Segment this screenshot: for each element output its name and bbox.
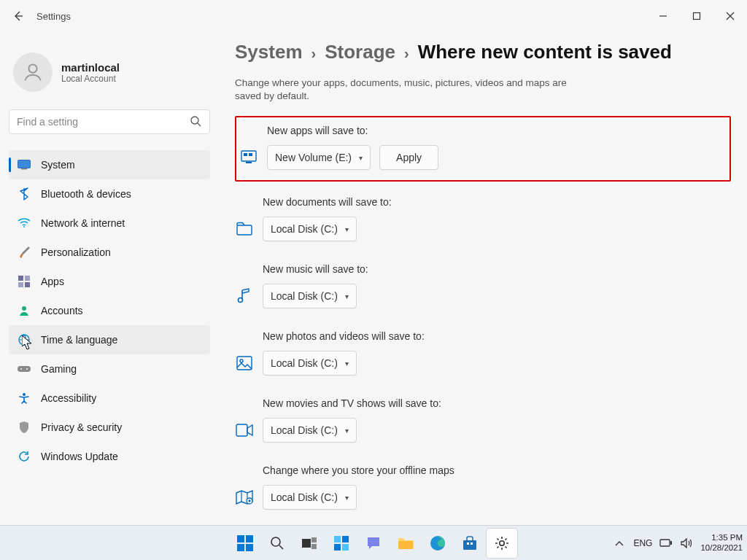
dropdown-value: Local Disk (C:) (271, 357, 338, 369)
account-type: Local Account (61, 74, 120, 84)
svg-point-17 (23, 393, 26, 396)
svg-point-12 (22, 306, 26, 311)
search-input[interactable] (9, 109, 210, 134)
wifi-icon (18, 218, 31, 228)
sidebar-item-label: Bluetooth & devices (41, 188, 131, 200)
language-indicator[interactable]: ENG (633, 538, 652, 548)
sidebar-item-network[interactable]: Network & internet (9, 209, 210, 238)
network-tray-icon[interactable] (659, 537, 673, 550)
sidebar-item-accounts[interactable]: Accounts (9, 296, 210, 325)
svg-line-33 (279, 545, 283, 549)
windows-icon (237, 535, 253, 551)
edge-icon (430, 535, 446, 551)
maximize-icon (692, 12, 701, 20)
svg-rect-44 (467, 542, 469, 545)
section-label: New apps will save to: (267, 125, 722, 136)
documents-location-dropdown[interactable]: Local Disk (C:) ▾ (263, 217, 357, 241)
sidebar-item-label: System (41, 159, 75, 171)
section-photos-videos: New photos and videos will save to: Loca… (235, 320, 731, 387)
music-location-dropdown[interactable]: Local Disk (C:) ▾ (263, 284, 357, 308)
sidebar-item-bluetooth[interactable]: Bluetooth & devices (9, 179, 210, 209)
search-icon (270, 536, 285, 551)
chat-icon (366, 536, 381, 551)
svg-rect-10 (18, 282, 23, 287)
edge-button[interactable] (422, 529, 453, 558)
svg-rect-31 (246, 544, 253, 551)
sidebar-item-system[interactable]: System (9, 150, 210, 179)
svg-rect-30 (237, 544, 244, 551)
tray-chevron-up-icon[interactable] (613, 537, 626, 550)
svg-point-23 (239, 298, 243, 303)
start-button[interactable] (230, 529, 260, 558)
apply-button[interactable]: Apply (379, 145, 438, 170)
chevron-down-icon: ▾ (345, 494, 349, 502)
svg-point-16 (26, 368, 28, 370)
settings-taskbar-button[interactable] (487, 529, 517, 558)
taskbar-date: 10/28/2021 (700, 543, 743, 553)
sidebar-item-label: Network & internet (41, 217, 125, 229)
taskbar: ENG 1:35 PM 10/28/2021 (0, 525, 747, 560)
page-subtitle: Change where your apps, documents, music… (235, 77, 585, 103)
chevron-down-icon: ▾ (359, 154, 363, 162)
svg-point-15 (20, 368, 22, 370)
dropdown-value: Local Disk (C:) (271, 223, 338, 235)
back-button[interactable] (6, 4, 31, 28)
svg-rect-6 (21, 168, 27, 170)
dropdown-value: Local Disk (C:) (271, 290, 338, 302)
store-button[interactable] (454, 529, 485, 558)
person-icon (22, 61, 44, 83)
breadcrumb-storage[interactable]: Storage (325, 41, 395, 63)
widgets-button[interactable] (326, 529, 357, 558)
bluetooth-icon (18, 187, 31, 201)
sidebar: martinlocal Local Account System Bluetoo… (0, 32, 219, 525)
sidebar-item-apps[interactable]: Apps (9, 267, 210, 296)
svg-line-4 (198, 123, 201, 126)
page-title: Where new content is saved (418, 41, 672, 63)
sidebar-item-personalization[interactable]: Personalization (9, 238, 210, 267)
taskbar-search-button[interactable] (262, 529, 293, 558)
svg-rect-21 (246, 162, 252, 163)
close-button[interactable] (713, 0, 747, 32)
account-name: martinlocal (61, 61, 120, 74)
sidebar-item-time-language[interactable]: Time & language (9, 325, 210, 354)
section-offline-maps: Change where you store your offline maps… (235, 454, 731, 521)
maps-location-dropdown[interactable]: Local Disk (C:) ▾ (263, 485, 357, 510)
sidebar-item-accessibility[interactable]: Accessibility (9, 384, 210, 413)
maximize-button[interactable] (680, 0, 713, 32)
gear-icon (495, 536, 509, 551)
nav: System Bluetooth & devices Network & int… (9, 150, 210, 471)
update-icon (18, 451, 31, 462)
gaming-icon (18, 365, 31, 373)
movies-location-dropdown[interactable]: Local Disk (C:) ▾ (263, 418, 357, 443)
minimize-button[interactable] (646, 0, 680, 32)
svg-rect-22 (237, 225, 252, 235)
svg-rect-38 (342, 536, 349, 542)
dropdown-value: New Volume (E:) (275, 152, 352, 163)
breadcrumb-system[interactable]: System (235, 41, 303, 63)
taskbar-clock[interactable]: 1:35 PM 10/28/2021 (700, 533, 743, 553)
sidebar-item-update[interactable]: Windows Update (9, 442, 210, 471)
sidebar-item-label: Accounts (41, 305, 83, 316)
section-movies-tv: New movies and TV shows will save to: Lo… (235, 387, 731, 454)
minimize-icon (659, 12, 667, 20)
folder-icon (398, 537, 414, 550)
chevron-down-icon: ▾ (345, 427, 349, 435)
task-view-button[interactable] (294, 529, 325, 558)
window-title: Settings (36, 11, 71, 22)
chat-button[interactable] (358, 529, 389, 558)
section-label: New movies and TV shows will save to: (263, 397, 731, 409)
section-documents: New documents will save to: Local Disk (… (235, 186, 731, 253)
section-label: Change where you store your offline maps (263, 464, 731, 476)
apps-location-dropdown[interactable]: New Volume (E:) ▾ (267, 145, 371, 170)
file-explorer-button[interactable] (390, 529, 421, 558)
sidebar-item-privacy[interactable]: Privacy & security (9, 413, 210, 442)
account-row[interactable]: martinlocal Local Account (9, 32, 210, 109)
volume-tray-icon[interactable] (680, 537, 693, 550)
widgets-icon (334, 536, 349, 551)
photos-location-dropdown[interactable]: Local Disk (C:) ▾ (263, 351, 357, 376)
chevron-down-icon: ▾ (345, 292, 349, 300)
sidebar-item-gaming[interactable]: Gaming (9, 354, 210, 384)
svg-rect-47 (660, 540, 670, 546)
video-icon (235, 421, 254, 440)
section-music: New music will save to: Local Disk (C:) … (235, 253, 731, 320)
